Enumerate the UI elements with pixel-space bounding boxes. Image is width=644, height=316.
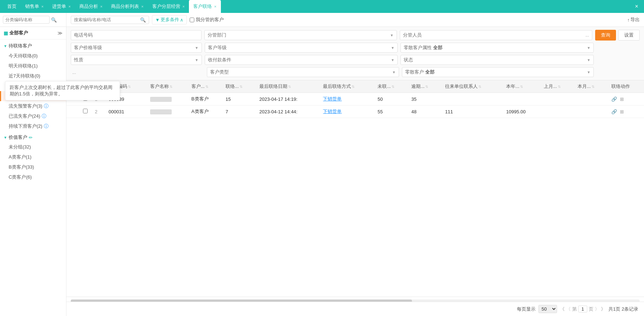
row2-grid-icon[interactable]: ⊞ bbox=[620, 109, 624, 114]
nav-product-analysis-close[interactable]: × bbox=[100, 0, 102, 13]
horizontal-scrollbar[interactable] bbox=[66, 297, 644, 302]
customer-level-field[interactable]: 客户等级 ▼ bbox=[205, 43, 398, 53]
filter-row-3: 性质 ▼ 收付款条件 ▼ 状态 ▼ bbox=[71, 55, 640, 65]
main-layout: 🔍 ▦ 全部客户 ≫ ▼ 待联络客户 今天待联络(0) 明天待联络(1) 近7天… bbox=[0, 13, 644, 316]
search-bar-icon[interactable]: 🔍 bbox=[140, 17, 146, 23]
nav-customer-tier[interactable]: 客户分层经营 × bbox=[148, 0, 189, 13]
col-contacts[interactable]: 往来单位联系人⇅ bbox=[441, 80, 502, 93]
status-field[interactable]: 状态 ▼ bbox=[400, 55, 594, 65]
sidebar-item-7days[interactable]: 近7天待联络(0) bbox=[0, 71, 66, 81]
payment-terms-field[interactable]: 收付款条件 ▼ bbox=[205, 55, 398, 65]
category-search-input[interactable] bbox=[3, 16, 50, 24]
all-customers-title[interactable]: ▦ 全部客户 ≫ bbox=[0, 27, 66, 39]
col-last-month[interactable]: 上月...⇅ bbox=[540, 80, 574, 93]
churn-warning-info-icon[interactable]: ⓘ bbox=[44, 103, 48, 109]
sidebar-item-b-class[interactable]: B类客户(33) bbox=[0, 162, 66, 172]
per-page-select[interactable]: 50 100 200 bbox=[538, 305, 557, 313]
triangle-icon: ▼ bbox=[4, 44, 7, 48]
row2-action: 🔗 ⊞ bbox=[608, 105, 644, 118]
sidebar-item-tomorrow[interactable]: 明天待联络(1) bbox=[0, 61, 66, 71]
retail-attr-field[interactable]: 零散客户属性 全部 ▼ bbox=[400, 43, 594, 53]
sidebar-item-a-class[interactable]: A类客户(1) bbox=[0, 152, 66, 162]
filter-more-dots[interactable]: ... bbox=[71, 70, 78, 75]
row2-contacts: 111 bbox=[441, 105, 502, 118]
setting-button[interactable]: 设置 bbox=[618, 30, 640, 41]
col-overdue[interactable]: 逾期...⇅ bbox=[408, 80, 441, 93]
row1-grid-icon[interactable]: ⊞ bbox=[620, 96, 624, 102]
churned-info-icon[interactable]: ⓘ bbox=[42, 113, 46, 119]
row2-last-month bbox=[540, 105, 574, 118]
my-customers-checkbox[interactable] bbox=[190, 18, 194, 22]
first-page-button[interactable]: 《 bbox=[560, 306, 565, 312]
nav-customer-contact-close[interactable]: × bbox=[214, 0, 216, 13]
sidebar-item-declining[interactable]: 持续下滑客户(2) ⓘ bbox=[0, 121, 66, 131]
row1-contacts bbox=[441, 93, 502, 105]
nav-sales[interactable]: 销售单 × bbox=[21, 0, 48, 13]
nav-product-list[interactable]: 商品分析列表 × bbox=[107, 0, 148, 13]
manager-field[interactable]: 分管人员 ... bbox=[400, 30, 592, 40]
row1-link-icon[interactable]: 🔗 bbox=[611, 96, 617, 102]
col-this-year[interactable]: 本年...⇅ bbox=[502, 80, 540, 93]
more-conditions-button[interactable]: ▼ 更多条件 ∧ bbox=[152, 15, 187, 24]
row2-last-method[interactable]: 下销货单 bbox=[319, 105, 374, 118]
nav-home[interactable]: 首页 bbox=[3, 0, 21, 13]
sidebar-item-today[interactable]: 今天待联络(0) bbox=[0, 51, 66, 61]
col-this-month[interactable]: 本月...⇅ bbox=[574, 80, 608, 93]
retail-customer-field[interactable]: 零散客户 全部 ▼ bbox=[402, 67, 594, 77]
tooltip-box: 距客户上次交易时长，超过了此客户的平均交易周期的1.5倍，则视为异常。 bbox=[5, 81, 120, 100]
dept-field[interactable]: 分管部门 ▼ bbox=[204, 30, 397, 40]
phone-input[interactable] bbox=[94, 33, 198, 38]
search-input[interactable] bbox=[74, 17, 139, 22]
row1-last-method[interactable]: 下销货单 bbox=[319, 93, 374, 105]
nav-purchase[interactable]: 进货单 × bbox=[48, 0, 75, 13]
nav-sales-close[interactable]: × bbox=[41, 0, 43, 13]
query-button[interactable]: 查询 bbox=[595, 30, 616, 41]
price-level-field[interactable]: 客户价格等级 ▼ bbox=[71, 43, 202, 53]
row2-link-icon[interactable]: 🔗 bbox=[611, 109, 617, 114]
phone-field[interactable]: 电话号码 bbox=[71, 30, 201, 40]
col-uncontacted[interactable]: 未联...⇅ bbox=[374, 80, 408, 93]
col-last-date[interactable]: 最后联络日期⇅ bbox=[256, 80, 320, 93]
customer-type-field[interactable]: 客户类型 ▼ bbox=[207, 67, 399, 77]
row2-last-date: 2023-04-12 14:44: bbox=[256, 105, 320, 118]
nature-field[interactable]: 性质 ▼ bbox=[71, 55, 202, 65]
row2-name bbox=[147, 105, 188, 118]
prev-page-button[interactable]: 〈 bbox=[566, 306, 571, 312]
uncontacted-sort-icon: ⇅ bbox=[392, 85, 394, 89]
declining-info-icon[interactable]: ⓘ bbox=[44, 123, 48, 129]
value-customer-edit-icon[interactable]: ✏ bbox=[29, 135, 33, 140]
export-button[interactable]: ↑ 导出 bbox=[627, 16, 640, 23]
nav-customer-contact[interactable]: 客户联络 × bbox=[189, 0, 221, 13]
col-last-method[interactable]: 最后联络方式⇅ bbox=[319, 80, 374, 93]
row1-last-month bbox=[540, 93, 574, 105]
per-page-label: 每页显示 bbox=[517, 306, 536, 312]
col-type[interactable]: 客户...⇅ bbox=[188, 80, 222, 93]
retail-attr-arrow-icon: ▼ bbox=[587, 46, 590, 50]
category-search-icon[interactable]: 🔍 bbox=[51, 17, 57, 23]
table-header-row: ⚙ 客户编码⇅ 客户名称⇅ 客户...⇅ 联络...⇅ 最后联络日期⇅ 最后联络… bbox=[66, 80, 644, 93]
sidebar-collapse-icon[interactable]: ≫ bbox=[57, 30, 62, 36]
col-contact[interactable]: 联络...⇅ bbox=[222, 80, 256, 93]
next-page-button[interactable]: 〉 bbox=[595, 306, 599, 312]
sidebar-item-c-class[interactable]: C类客户(6) bbox=[0, 172, 66, 182]
nav-product-analysis[interactable]: 商品分析 × bbox=[75, 0, 107, 13]
sidebar-item-ungrouped[interactable]: 未分组(32) bbox=[0, 142, 66, 152]
row1-overdue: 35 bbox=[408, 93, 441, 105]
window-close-button[interactable]: × bbox=[632, 3, 641, 10]
sidebar-item-churned[interactable]: 已流失客户(24) ⓘ bbox=[0, 111, 66, 121]
page-navigation: 《 〈 第 1 页 〉 》 bbox=[560, 306, 606, 312]
sidebar-group-waiting[interactable]: ▼ 待联络客户 bbox=[0, 41, 66, 51]
nav-customer-tier-close[interactable]: × bbox=[182, 0, 185, 13]
filter-row-2: 客户价格等级 ▼ 客户等级 ▼ 零散客户属性 全部 ▼ bbox=[71, 43, 640, 53]
col-name[interactable]: 客户名称⇅ bbox=[147, 80, 188, 93]
nav-purchase-close[interactable]: × bbox=[68, 0, 70, 13]
last-page-button[interactable]: 》 bbox=[601, 306, 606, 312]
search-input-wrap[interactable]: 🔍 bbox=[71, 16, 149, 24]
sidebar-search-area: 🔍 bbox=[0, 13, 66, 27]
current-page-input[interactable]: 1 bbox=[578, 306, 587, 312]
pagination: 每页显示 50 100 200 《 〈 第 1 页 〉 》 共1页 2条记录 bbox=[66, 302, 644, 316]
row2-checkbox[interactable] bbox=[83, 109, 88, 113]
nav-product-list-close[interactable]: × bbox=[141, 0, 143, 13]
sidebar-item-churn-warning[interactable]: 流失预警客户(3) ⓘ bbox=[0, 101, 66, 111]
row2-action-icons: 🔗 ⊞ bbox=[611, 109, 640, 114]
